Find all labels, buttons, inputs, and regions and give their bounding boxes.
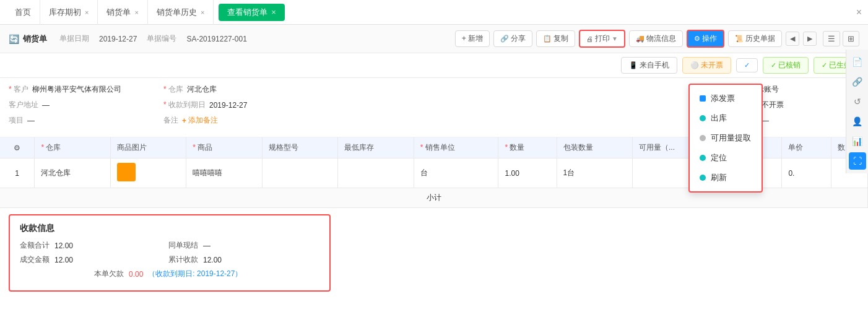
col-sales-unit: 销售单位 bbox=[414, 137, 498, 158]
refresh-label: 刷新 bbox=[711, 172, 727, 183]
total-amount-item: 金额合计 12.00 bbox=[20, 240, 144, 251]
print-button[interactable]: 🖨 打印 ▼ bbox=[579, 30, 625, 48]
deal-amount-label: 成交金额 bbox=[20, 254, 50, 265]
right-icon-expand[interactable]: ⛶ bbox=[849, 152, 866, 170]
avail-qty-item[interactable]: 可用量提取 bbox=[690, 128, 762, 148]
payment-row-1: 金额合计 12.00 同单现结 — bbox=[20, 240, 319, 251]
operation-button[interactable]: ⚙ 操作 bbox=[687, 30, 724, 48]
address-value: — bbox=[42, 101, 50, 110]
avail-qty-icon bbox=[700, 135, 706, 141]
toolbar-right: + 新增 🔗 分享 📋 复制 🖨 打印 ▼ 🚚 物流信息 bbox=[455, 30, 859, 48]
outbound-label: 出库 bbox=[711, 113, 727, 124]
tab-close-view-sales[interactable]: × bbox=[271, 7, 276, 17]
right-sidebar-icons: 📄 🔗 ↺ 👤 📊 ⛶ bbox=[846, 50, 868, 173]
confirmed-badge[interactable]: ✓ 已核销 bbox=[763, 57, 809, 74]
payment-section: 收款信息 金额合计 12.00 同单现结 — 成交金额 12.00 累计收款 bbox=[9, 214, 331, 292]
view-toggle: ☰ ⊞ bbox=[823, 31, 859, 46]
product-image bbox=[117, 163, 136, 181]
ticket-value: 不开票 bbox=[762, 100, 784, 110]
arrears-value: 0.00 bbox=[129, 270, 143, 279]
cell-product: 嘻嘻嘻嘻 bbox=[186, 158, 262, 188]
next-button[interactable]: ▶ bbox=[803, 32, 817, 46]
tab-inventory-init[interactable]: 库存期初 × bbox=[40, 0, 98, 25]
number-label: 单据编号 bbox=[147, 33, 176, 44]
add-invoice-label: 添发票 bbox=[711, 93, 735, 104]
date-label: 单据日期 bbox=[59, 33, 89, 44]
payment-date-value: 2019-12-27 bbox=[209, 101, 247, 110]
cumulative-label: 累计收款 bbox=[168, 254, 198, 265]
right-icon-doc[interactable]: 📄 bbox=[849, 53, 866, 71]
tab-home[interactable]: 首页 bbox=[6, 0, 40, 25]
col-qty: 数量 bbox=[498, 137, 557, 158]
number-value: SA-20191227-001 bbox=[186, 35, 246, 43]
col-product: 商品 bbox=[186, 137, 262, 158]
right-icon-user[interactable]: 👤 bbox=[849, 113, 866, 130]
tab-bar: 首页 库存期初 × 销货单 × 销货单历史 × 查看销货单 × × bbox=[0, 0, 868, 25]
share-button[interactable]: 🔗 分享 bbox=[493, 30, 532, 47]
deal-amount-value: 12.00 bbox=[54, 256, 73, 264]
refresh-icon bbox=[700, 175, 706, 181]
cumulative-item: 累计收款 12.00 bbox=[168, 254, 292, 265]
avail-qty-label: 可用量提取 bbox=[711, 132, 751, 144]
right-icon-chart[interactable]: 📊 bbox=[849, 132, 866, 150]
deal-amount-item: 成交金额 12.00 bbox=[20, 254, 144, 265]
address-field: 客户地址 — bbox=[9, 100, 145, 110]
add-note-button[interactable]: 添加备注 bbox=[182, 115, 218, 126]
locate-label: 定位 bbox=[711, 152, 727, 163]
cell-qty: 1.00 bbox=[498, 158, 557, 188]
same-settlement-item: 同单现结 — bbox=[168, 240, 292, 251]
same-settlement-value: — bbox=[203, 241, 210, 250]
copy-button[interactable]: 📋 复制 bbox=[536, 30, 575, 47]
cell-price: 0. bbox=[782, 158, 831, 188]
prev-button[interactable]: ◀ bbox=[786, 32, 799, 46]
tab-view-sales[interactable]: 查看销货单 × bbox=[219, 4, 285, 21]
customer-value[interactable]: 柳州粤港平安气体有限公司 bbox=[32, 84, 121, 95]
col-warehouse: 仓库 bbox=[35, 137, 110, 158]
locate-icon bbox=[700, 155, 706, 161]
warehouse-field: 仓库 河北仓库 bbox=[163, 84, 300, 95]
tab-sales-history[interactable]: 销货单历史 × bbox=[148, 0, 214, 25]
tab-close-sales[interactable]: × bbox=[134, 9, 138, 16]
invoice-status-button[interactable]: ⚪ 未开票 bbox=[682, 57, 731, 74]
new-button[interactable]: + 新增 bbox=[455, 30, 490, 47]
phone-source-button[interactable]: 📱 来自手机 bbox=[621, 57, 677, 74]
action-bar: 📱 来自手机 ⚪ 未开票 ✓ ✓ 已核销 ✓ 已生效 bbox=[0, 53, 868, 78]
refresh-item[interactable]: 刷新 bbox=[690, 168, 762, 188]
add-invoice-item[interactable]: 添发票 bbox=[690, 89, 762, 108]
tab-close-inventory[interactable]: × bbox=[85, 9, 89, 16]
outbound-item[interactable]: 出库 bbox=[690, 108, 762, 128]
date-value: 2019-12-27 bbox=[99, 35, 137, 43]
payment-date-field: 收款到期日 2019-12-27 bbox=[163, 100, 300, 110]
cell-index: 1 bbox=[0, 158, 35, 188]
arrears-label: 本单欠款 bbox=[94, 269, 124, 279]
col-settings[interactable]: ⚙ bbox=[0, 137, 35, 158]
payment-row-3: 本单欠款 0.00 （收款到期日: 2019-12-27） bbox=[20, 269, 319, 279]
cell-sales-unit: 台 bbox=[414, 158, 498, 188]
cell-min-stock bbox=[338, 158, 414, 188]
tab-close-sales-history[interactable]: × bbox=[201, 9, 204, 16]
cumulative-value: 12.00 bbox=[203, 256, 222, 264]
note-label: 备注 bbox=[163, 115, 178, 126]
tab-sales[interactable]: 销货单 × bbox=[98, 0, 147, 25]
window-close-button[interactable]: × bbox=[856, 7, 862, 18]
cell-warehouse: 河北仓库 bbox=[35, 158, 110, 188]
doc-icon: 🔄 bbox=[9, 34, 19, 44]
right-icon-link[interactable]: 🔗 bbox=[849, 73, 866, 90]
payment-date-label: 收款到期日 bbox=[163, 100, 206, 110]
document-header: 🔄 销货单 单据日期 2019-12-27 单据编号 SA-20191227-0… bbox=[0, 25, 868, 53]
history-button[interactable]: 📜 历史单据 bbox=[728, 30, 782, 47]
arrears-note: （收款到期日: 2019-12-27） bbox=[148, 269, 242, 279]
right-icon-refresh[interactable]: ↺ bbox=[849, 93, 866, 110]
grid-view-button[interactable]: ⊞ bbox=[843, 31, 859, 46]
add-invoice-icon bbox=[700, 95, 706, 102]
confirm-check[interactable]: ✓ bbox=[736, 58, 758, 72]
note-field: 备注 添加备注 bbox=[163, 115, 300, 126]
address-label: 客户地址 bbox=[9, 100, 38, 110]
main-content: 🔄 销货单 单据日期 2019-12-27 单据编号 SA-20191227-0… bbox=[0, 25, 868, 330]
list-view-button[interactable]: ☰ bbox=[823, 31, 840, 46]
locate-item[interactable]: 定位 bbox=[690, 148, 762, 168]
logistics-button[interactable]: 🚚 物流信息 bbox=[629, 30, 683, 47]
doc-title: 销货单 bbox=[23, 33, 47, 45]
arrears-item: 本单欠款 0.00 （收款到期日: 2019-12-27） bbox=[20, 269, 242, 279]
col-price: 单价 bbox=[782, 137, 831, 158]
